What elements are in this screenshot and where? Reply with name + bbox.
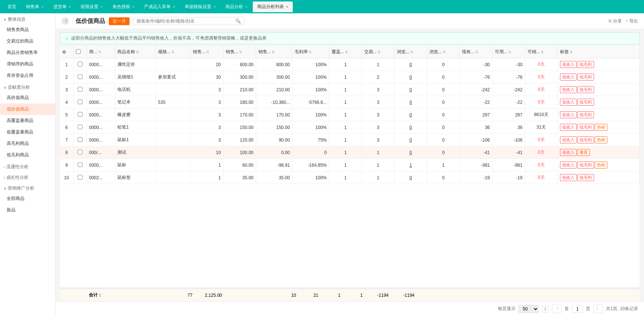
col-coverage[interactable]: 覆盖...⇅ [329,46,362,58]
cell-view1-link[interactable]: 0 [409,100,412,105]
close-purchase-tab[interactable]: × [69,5,71,9]
close-permission-tab[interactable]: × [101,5,103,9]
col-checkbox[interactable] [73,46,87,58]
close-role-tab[interactable]: × [133,5,135,9]
sidebar-item-all-products[interactable]: 全部商品 [0,193,55,204]
nav-template[interactable]: 单据模板设置 × [180,1,220,12]
cell-margin: -164.85% [292,159,329,171]
col-trade[interactable]: 交易...⇅ [362,46,394,58]
col-sales-qty[interactable]: 销售...⇅ [191,46,223,58]
cell-saleable: 8610天 [525,109,557,121]
nav-product-analysis[interactable]: 商品分析 × [221,1,252,12]
settings-icon[interactable]: ⚙ [62,50,66,55]
col-saleable[interactable]: 可销...⇅ [525,46,557,58]
search-input[interactable] [137,18,234,24]
nav-sales[interactable]: 销售单 × [21,1,48,12]
col-spec[interactable]: 规格...⇅ [156,46,191,58]
col-name[interactable]: 商品名称⇅ [115,46,156,58]
sidebar-group-circulation-title[interactable]: › 流通性分析 [0,161,55,171]
cell-available: 36 [492,121,525,134]
row-checkbox[interactable] [78,99,83,104]
cell-view1-link[interactable]: 0 [409,125,412,130]
current-page-input[interactable] [572,305,583,313]
search-icon[interactable]: 🔍 [235,18,241,24]
row-checkbox[interactable] [78,62,83,67]
cell-view1-link[interactable]: 0 [409,62,412,67]
nav-purchase[interactable]: 进货单 × [49,1,76,12]
row-checkbox[interactable] [78,175,83,180]
sidebar-item-traded-products[interactable]: 交易过的商品 [0,35,55,47]
close-analysis-list-tab[interactable]: × [286,5,288,9]
nav-home[interactable]: 首页 [3,1,21,12]
sidebar-item-new-products[interactable]: 新品 [0,204,55,216]
row-checkbox[interactable] [78,125,83,129]
col-current[interactable]: 现有...⇅ [460,46,492,58]
page-size-select[interactable]: 50 100 200 [519,305,539,313]
share-button[interactable]: ⎘ 分享 [609,18,622,24]
sidebar-item-inventory-capital[interactable]: 库存资金占用 [0,70,55,81]
cell-trade: 3 [362,109,394,121]
sidebar-group-overview-title[interactable]: ∨ 整体信息 [0,13,55,24]
time-filter-button[interactable]: 近一月 [109,17,130,25]
col-available[interactable]: 可用...⇅ [492,46,525,58]
footer-sales-amount: 2,125.00 [192,293,222,298]
row-checkbox[interactable] [78,74,83,79]
row-checkbox[interactable] [78,87,83,92]
cell-view1-link[interactable]: 0 [409,137,412,143]
close-product-entry-tab[interactable]: × [173,5,175,9]
cell-trade: 2 [362,71,394,84]
sidebar-item-low-margin[interactable]: 低毛利商品 [0,149,55,161]
next-page-button[interactable]: 〉 [593,305,603,313]
content-header: 《 低价值商品 近一月 🔍 ⎘ 分享 ↑ 导出 [56,13,644,29]
cell-view1-link[interactable]: 0 [409,175,412,180]
cell-view1-link[interactable]: 0 [409,87,412,92]
tag-label: 低收入 [560,74,577,81]
first-page-button[interactable]: ⟨ [542,305,549,313]
nav-product-entry[interactable]: 产成品入库单 × [140,1,180,12]
col-view2[interactable]: 浏览...⇅ [427,46,460,58]
col-sales-amount[interactable]: 销售...⇅ [223,46,256,58]
cell-name: 鼠标1 [115,134,156,146]
sidebar-item-category-sales-rate[interactable]: 商品分类销售率 [0,47,55,58]
cell-sales-qty: 3 [191,109,223,121]
cell-view2: 0 [427,96,460,109]
close-sales-tab[interactable]: × [41,5,44,9]
sidebar-item-low-coverage[interactable]: 低覆盖量商品 [0,126,55,138]
select-all-checkbox[interactable] [76,49,81,54]
tag-label: 低收入 [560,86,577,93]
cell-sales-amount: 300.00 [223,71,256,84]
cell-code: 0000... [87,58,115,71]
sidebar-item-high-coverage[interactable]: 高覆盖量商品 [0,115,55,126]
cell-view1-link[interactable]: 1 [409,163,412,168]
sidebar-group-marketing-title[interactable]: ∨ 营销推广分析 [0,182,55,193]
sidebar-group-contribution-title[interactable]: ∨ 贡献度分析 [0,81,55,92]
sidebar-item-sales-products[interactable]: 销售类商品 [0,24,55,35]
close-template-tab[interactable]: × [214,5,216,9]
row-checkbox[interactable] [78,150,83,154]
sidebar-collapse-button[interactable]: 《 [61,17,69,25]
cell-view1-link[interactable]: 0 [409,75,412,80]
col-settings[interactable]: ⚙ [60,46,73,58]
col-tags[interactable]: 标签⇅ [557,46,639,58]
cell-view1-link[interactable]: 0 [409,150,412,155]
sidebar-group-growth-title[interactable]: › 成长性分析 [0,171,55,182]
col-sales-profit[interactable]: 销售...⇅ [256,46,292,58]
close-analysis-tab[interactable]: × [245,5,248,9]
row-checkbox[interactable] [78,137,83,142]
col-view1[interactable]: 浏览...⇅ [395,46,427,58]
prev-page-button[interactable]: 〈 [552,305,561,313]
nav-role[interactable]: 角色授权 × [108,1,139,12]
cell-view1-link[interactable]: 0 [409,112,412,118]
sidebar-item-high-value[interactable]: 高价值商品 [0,92,55,103]
nav-analysis-list[interactable]: 商品分析列表 × [253,1,293,12]
sidebar-item-slow-sales[interactable]: 滞销序的商品 [0,58,55,70]
col-margin[interactable]: 毛利率⇅ [292,46,329,58]
sidebar-item-high-margin[interactable]: 高毛利商品 [0,138,55,149]
sidebar-item-low-value[interactable]: 低价值商品 [0,103,55,115]
row-checkbox[interactable] [78,162,83,167]
data-table-container[interactable]: ⚙ 商...⇅ 商品名称⇅ 规格...⇅ 销售...⇅ 销售...⇅ 销售...… [60,46,640,287]
export-button[interactable]: ↑ 导出 [625,18,638,24]
row-checkbox[interactable] [78,112,83,117]
col-code[interactable]: 商...⇅ [87,46,115,58]
nav-permission[interactable]: 权限设置 × [76,1,107,12]
